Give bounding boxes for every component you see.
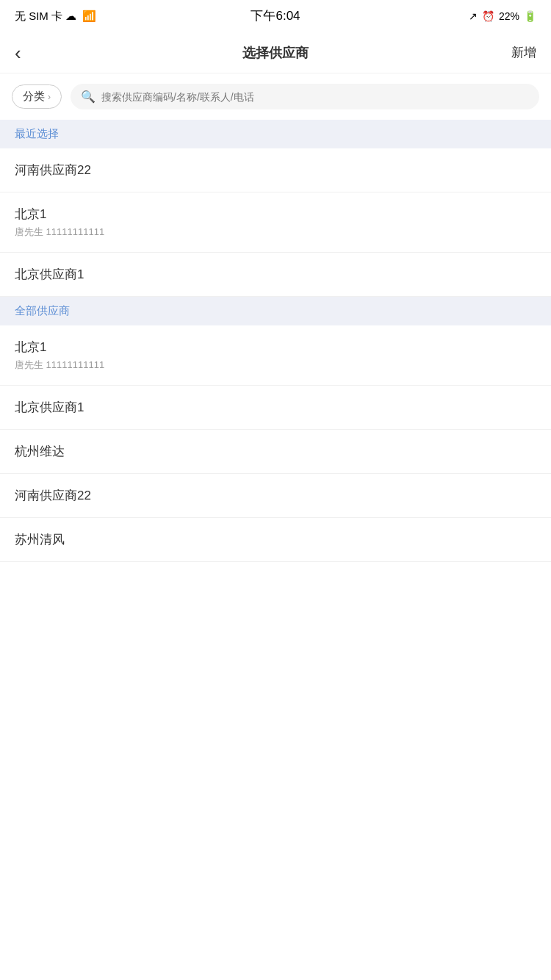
status-left: 无 SIM 卡 ☁ 📶 <box>15 10 96 24</box>
back-button[interactable]: ‹ <box>15 43 21 62</box>
status-time: 下午6:04 <box>251 7 300 24</box>
list-item[interactable]: 河南供应商22 <box>0 148 551 192</box>
recent-section-label: 最近选择 <box>15 127 59 140</box>
battery-percent: 22% <box>499 10 519 22</box>
list-item[interactable]: 苏州清风 <box>0 518 551 562</box>
wifi-icon: 📶 <box>82 10 96 23</box>
recent-section-header: 最近选择 <box>0 120 551 148</box>
item-sub: 唐先生 11111111111 <box>15 359 536 372</box>
list-item[interactable]: 北京供应商1 <box>0 386 551 430</box>
alarm-icon: ⏰ <box>482 10 494 22</box>
all-section-label: 全部供应商 <box>15 304 70 317</box>
item-name: 苏州清风 <box>15 531 536 548</box>
item-name: 杭州维达 <box>15 443 536 460</box>
item-name: 北京1 <box>15 339 536 356</box>
list-item[interactable]: 北京1唐先生 11111111111 <box>0 325 551 386</box>
list-item[interactable]: 杭州维达 <box>0 430 551 474</box>
all-section-header: 全部供应商 <box>0 297 551 325</box>
search-area: 分类 › 🔍 <box>0 73 551 120</box>
add-button[interactable]: 新增 <box>511 44 536 61</box>
all-items-list: 北京1唐先生 11111111111北京供应商1杭州维达河南供应商22苏州清风 <box>0 325 551 562</box>
status-right: ↗ ⏰ 22% 🔋 <box>469 10 536 22</box>
item-sub: 唐先生 11111111111 <box>15 226 536 239</box>
location-icon: ↗ <box>469 10 478 22</box>
page-title: 选择供应商 <box>242 44 309 62</box>
list-item[interactable]: 北京1唐先生 11111111111 <box>0 192 551 253</box>
item-name: 河南供应商22 <box>15 487 536 504</box>
search-box: 🔍 <box>71 84 539 109</box>
nav-bar: ‹ 选择供应商 新增 <box>0 32 551 73</box>
category-button[interactable]: 分类 › <box>12 84 62 109</box>
sim-status: 无 SIM 卡 ☁ <box>15 10 76 24</box>
chevron-right-icon: › <box>48 92 51 102</box>
search-icon: 🔍 <box>81 90 96 104</box>
list-item[interactable]: 河南供应商22 <box>0 474 551 518</box>
search-input[interactable] <box>101 91 529 103</box>
item-name: 河南供应商22 <box>15 162 536 179</box>
battery-icon: 🔋 <box>524 10 536 22</box>
item-name: 北京供应商1 <box>15 399 536 416</box>
item-name: 北京供应商1 <box>15 266 536 283</box>
recent-items-list: 河南供应商22北京1唐先生 11111111111北京供应商1 <box>0 148 551 297</box>
item-name: 北京1 <box>15 206 536 223</box>
list-item[interactable]: 北京供应商1 <box>0 253 551 297</box>
status-bar: 无 SIM 卡 ☁ 📶 下午6:04 ↗ ⏰ 22% 🔋 <box>0 0 551 32</box>
category-label: 分类 <box>23 90 45 104</box>
